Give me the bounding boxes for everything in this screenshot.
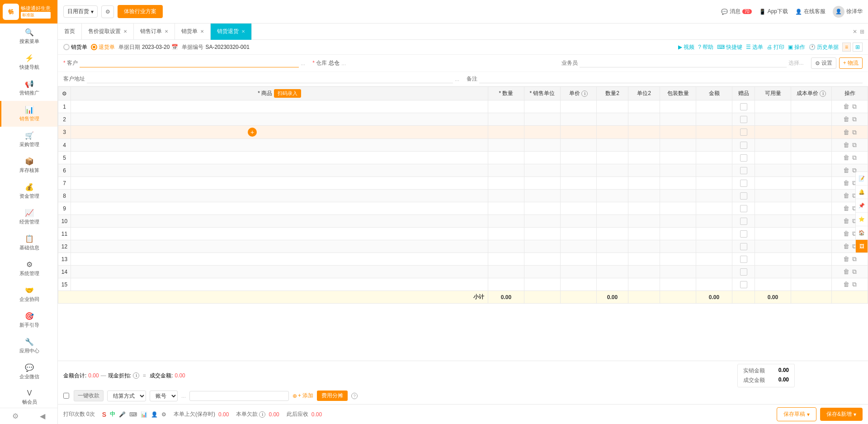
copy-icon-4[interactable]: ⧉ bbox=[852, 141, 857, 149]
pack-cell-8[interactable] bbox=[660, 190, 696, 202]
gift-cell-9[interactable] bbox=[732, 202, 755, 215]
copy-icon-14[interactable]: ⧉ bbox=[852, 268, 857, 276]
cost-cell-10[interactable] bbox=[791, 215, 832, 228]
tab-0[interactable]: 首页 bbox=[58, 24, 82, 40]
qty-cell-14[interactable] bbox=[488, 266, 524, 278]
gift-cell-8[interactable] bbox=[732, 190, 755, 202]
pack-cell-10[interactable] bbox=[660, 215, 696, 228]
gift-checkbox-9[interactable] bbox=[740, 205, 747, 212]
product-cell-3[interactable]: + bbox=[71, 126, 488, 139]
quick-bell-btn[interactable]: 🔔 bbox=[856, 186, 868, 199]
sidebar-item-1[interactable]: ⚡快捷导航 bbox=[0, 49, 57, 75]
unit-cell-9[interactable] bbox=[524, 202, 561, 215]
qty-cell-4[interactable] bbox=[488, 139, 524, 152]
address-input[interactable] bbox=[87, 75, 453, 83]
pack-cell-13[interactable] bbox=[660, 253, 696, 266]
unit2-cell-6[interactable] bbox=[628, 164, 660, 177]
tab-2[interactable]: 销售订单✕ bbox=[134, 24, 175, 40]
unit-cell-12[interactable] bbox=[524, 240, 561, 253]
amount-cell-3[interactable] bbox=[696, 126, 732, 139]
tab-4[interactable]: 销货退货✕ bbox=[211, 24, 252, 40]
available-cell-13[interactable] bbox=[755, 253, 791, 266]
product-cell-4[interactable] bbox=[71, 139, 488, 152]
unit2-cell-10[interactable] bbox=[628, 215, 660, 228]
tab-close-4[interactable]: ✕ bbox=[241, 29, 245, 34]
available-cell-8[interactable] bbox=[755, 190, 791, 202]
gift-checkbox-8[interactable] bbox=[740, 192, 747, 200]
amount-cell-1[interactable] bbox=[696, 100, 732, 113]
unit-cell-1[interactable] bbox=[524, 100, 561, 113]
available-cell-2[interactable] bbox=[755, 113, 791, 126]
cost-cell-7[interactable] bbox=[791, 177, 832, 190]
select-btn[interactable]: ☰ 选单 bbox=[746, 43, 763, 51]
gear-button[interactable]: ⚙ bbox=[101, 5, 114, 18]
delete-icon-9[interactable]: 🗑 bbox=[843, 205, 849, 212]
unit2-cell-4[interactable] bbox=[628, 139, 660, 152]
price-cell-5[interactable] bbox=[561, 152, 597, 164]
qty2-cell-7[interactable] bbox=[597, 177, 628, 190]
qty-cell-12[interactable] bbox=[488, 240, 524, 253]
gift-checkbox-3[interactable] bbox=[740, 129, 747, 136]
sidebar-item-11[interactable]: 🎯新手引导 bbox=[0, 307, 57, 333]
radio-sales[interactable]: 销货单 bbox=[63, 43, 87, 51]
pack-cell-15[interactable] bbox=[660, 278, 696, 291]
cost-cell-8[interactable] bbox=[791, 190, 832, 202]
cost-cell-15[interactable] bbox=[791, 278, 832, 291]
user-profile[interactable]: 👤 徐泽华 bbox=[833, 6, 863, 18]
amount-cell-5[interactable] bbox=[696, 152, 732, 164]
delete-icon-12[interactable]: 🗑 bbox=[843, 243, 849, 250]
available-cell-4[interactable] bbox=[755, 139, 791, 152]
video-btn[interactable]: ▶ 视频 bbox=[678, 43, 694, 51]
qty-cell-10[interactable] bbox=[488, 215, 524, 228]
pack-cell-12[interactable] bbox=[660, 240, 696, 253]
available-cell-12[interactable] bbox=[755, 240, 791, 253]
payment-method-select[interactable]: 结算方式 bbox=[107, 391, 146, 401]
price-cell-3[interactable] bbox=[561, 126, 597, 139]
sidebar-item-7[interactable]: 📈经营管理 bbox=[0, 204, 57, 230]
list-view-btn[interactable]: ≡ bbox=[842, 43, 851, 52]
unit-cell-14[interactable] bbox=[524, 266, 561, 278]
debt-info[interactable]: ℹ bbox=[259, 411, 265, 418]
remark-input[interactable] bbox=[479, 75, 863, 83]
online-service-btn[interactable]: 👤 在线客服 bbox=[795, 8, 826, 15]
qty2-cell-5[interactable] bbox=[597, 152, 628, 164]
sidebar-item-4[interactable]: 🛒采购管理 bbox=[0, 127, 57, 152]
gift-cell-7[interactable] bbox=[732, 177, 755, 190]
qty-cell-5[interactable] bbox=[488, 152, 524, 164]
unit-cell-5[interactable] bbox=[524, 152, 561, 164]
cost-cell-6[interactable] bbox=[791, 164, 832, 177]
delete-icon-5[interactable]: 🗑 bbox=[843, 154, 849, 162]
gift-cell-1[interactable] bbox=[732, 100, 755, 113]
cost-cell-5[interactable] bbox=[791, 152, 832, 164]
sidebar-item-13[interactable]: 💬企业微信 bbox=[0, 359, 57, 385]
price-cell-10[interactable] bbox=[561, 215, 597, 228]
tab-3[interactable]: 销货单✕ bbox=[175, 24, 211, 40]
price-cell-4[interactable] bbox=[561, 139, 597, 152]
price-cell-11[interactable] bbox=[561, 228, 597, 240]
amount-cell-14[interactable] bbox=[696, 266, 732, 278]
amount-cell-6[interactable] bbox=[696, 164, 732, 177]
qty2-cell-14[interactable] bbox=[597, 266, 628, 278]
qty-cell-11[interactable] bbox=[488, 228, 524, 240]
unit2-cell-12[interactable] bbox=[628, 240, 660, 253]
payment-amount-input[interactable] bbox=[189, 391, 289, 401]
tab-close-2[interactable]: ✕ bbox=[165, 29, 168, 34]
available-cell-11[interactable] bbox=[755, 228, 791, 240]
quick-star-btn[interactable]: ⭐ bbox=[856, 213, 868, 226]
sidebar-collapse-icon[interactable]: ◀ bbox=[40, 412, 45, 420]
cost-cell-11[interactable] bbox=[791, 228, 832, 240]
gift-checkbox-7[interactable] bbox=[740, 180, 747, 187]
qty2-cell-11[interactable] bbox=[597, 228, 628, 240]
delete-icon-1[interactable]: 🗑 bbox=[843, 103, 849, 110]
history-btn[interactable]: 🕐 历史单据 bbox=[809, 43, 839, 51]
gift-cell-13[interactable] bbox=[732, 253, 755, 266]
price-cell-15[interactable] bbox=[561, 278, 597, 291]
product-cell-1[interactable] bbox=[71, 100, 488, 113]
pack-cell-11[interactable] bbox=[660, 228, 696, 240]
cost-cell-13[interactable] bbox=[791, 253, 832, 266]
unit2-cell-13[interactable] bbox=[628, 253, 660, 266]
qty-cell-6[interactable] bbox=[488, 164, 524, 177]
cost-cell-14[interactable] bbox=[791, 266, 832, 278]
qty-cell-8[interactable] bbox=[488, 190, 524, 202]
available-cell-5[interactable] bbox=[755, 152, 791, 164]
